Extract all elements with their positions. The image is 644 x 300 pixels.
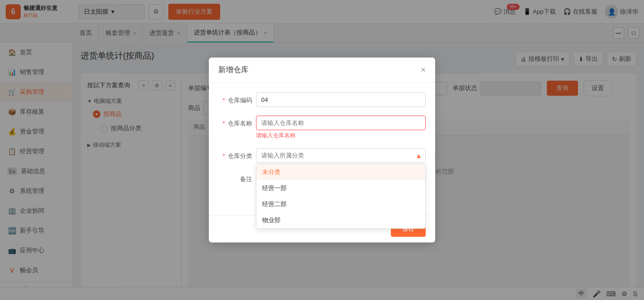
warehouse-name-wrap: 请输入仓库名称 — [256, 116, 426, 140]
warehouse-category-input[interactable] — [256, 148, 426, 163]
warehouse-name-input[interactable] — [256, 116, 426, 130]
note-label: 备注 — [218, 171, 256, 183]
dialog-body: * 仓库编码 * 仓库名称 请输入仓库名称 * 仓库分类 ▲ — [209, 83, 435, 216]
required-star-2: * — [223, 120, 225, 127]
dialog-title: 新增仓库 — [218, 65, 248, 75]
dialog-header: 新增仓库 × — [209, 58, 435, 83]
field-warehouse-name: * 仓库名称 请输入仓库名称 — [218, 116, 426, 140]
dropdown-item-uncategorized[interactable]: 未分类 — [256, 164, 425, 180]
category-dropdown: 未分类 经营一部 经营二部 物业部 — [256, 164, 426, 229]
field-warehouse-category: * 仓库分类 ▲ 未分类 经营一部 经营二部 物业部 — [218, 148, 426, 163]
dropdown-item-dept2[interactable]: 经营二部 — [256, 196, 425, 212]
warehouse-name-label: * 仓库名称 — [218, 116, 256, 128]
required-star-3: * — [223, 152, 225, 159]
dropdown-item-dept3[interactable]: 物业部 — [256, 212, 425, 228]
warehouse-code-label: * 仓库编码 — [218, 92, 256, 105]
warehouse-code-input[interactable] — [256, 92, 426, 107]
name-error-message: 请输入仓库名称 — [256, 132, 426, 140]
required-star: * — [223, 97, 225, 104]
dropdown-item-dept1[interactable]: 经营一部 — [256, 180, 425, 196]
warehouse-category-label: * 仓库分类 — [218, 148, 256, 160]
field-warehouse-code: * 仓库编码 — [218, 92, 426, 107]
category-dropdown-arrow-icon[interactable]: ▲ — [415, 152, 422, 159]
warehouse-category-wrap: ▲ 未分类 经营一部 经营二部 物业部 — [256, 148, 426, 163]
dialog-close-button[interactable]: × — [421, 65, 426, 75]
add-warehouse-dialog: 新增仓库 × * 仓库编码 * 仓库名称 请输入仓库名称 * — [209, 58, 435, 242]
